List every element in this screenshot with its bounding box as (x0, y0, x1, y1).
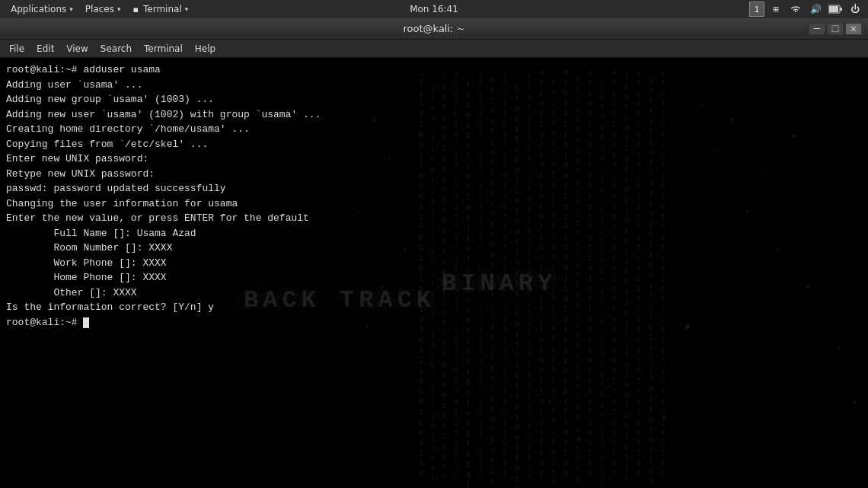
window-title: root@kali: ~ (59, 23, 809, 34)
menu-edit[interactable]: Edit (30, 40, 60, 58)
terminal-chevron: ▾ (185, 5, 189, 13)
svg-rect-1 (829, 6, 838, 12)
menu-search[interactable]: Search (94, 40, 138, 58)
terminal-content[interactable]: 1011010011010110011010110100110101100110… (0, 58, 868, 488)
terminal-menu[interactable]: ▪ Terminal ▾ (127, 0, 195, 18)
network-icon: ⊞ (767, 2, 784, 16)
term-line-4: Creating home directory `/home/usama' ..… (6, 122, 862, 137)
applications-chevron: ▾ (69, 5, 73, 13)
terminal-window: root@kali: ~ ─ □ ✕ File Edit View Search… (0, 18, 868, 488)
battery-icon (827, 2, 844, 16)
volume-icon: 🔊 (807, 2, 824, 16)
term-line-9: Changing the user information for usama (6, 196, 862, 212)
applications-label: Applications (11, 4, 66, 14)
term-line-3: Adding new user `usama' (1002) with grou… (6, 107, 862, 123)
sys-bar-right: 1 ⊞ 🔊 ⏻ (749, 2, 863, 17)
term-line-10: Enter the new value, or press ENTER for … (6, 211, 862, 226)
menu-view[interactable]: View (60, 40, 94, 58)
power-icon[interactable]: ⏻ (847, 2, 863, 16)
term-line-14: Home Phone []: XXXX (6, 270, 862, 285)
workspace-badge[interactable]: 1 (749, 2, 764, 17)
term-line-15: Other []: XXXX (6, 285, 862, 301)
sys-bar-left: Applications ▾ Places ▾ ▪ Terminal ▾ (5, 0, 194, 18)
system-bar: Applications ▾ Places ▾ ▪ Terminal ▾ Mon… (0, 0, 868, 18)
terminal-label: Terminal (143, 4, 182, 14)
window-controls: ─ □ ✕ (809, 23, 862, 35)
term-line-13: Work Phone []: XXXX (6, 256, 862, 271)
menu-terminal[interactable]: Terminal (138, 40, 189, 58)
applications-menu[interactable]: Applications ▾ (5, 0, 79, 18)
term-line-0: root@kali:~# adduser usama (6, 62, 862, 78)
title-bar: root@kali: ~ ─ □ ✕ (0, 18, 868, 40)
term-line-5: Copying files from `/etc/skel' ... (6, 137, 862, 152)
term-line-8: passwd: password updated successfully (6, 181, 862, 196)
places-menu[interactable]: Places ▾ (79, 0, 127, 18)
minimize-button[interactable]: ─ (809, 23, 825, 35)
wifi-icon (787, 2, 804, 16)
menu-help[interactable]: Help (189, 40, 222, 58)
terminal-output: root@kali:~# adduser usama Adding user `… (0, 58, 868, 334)
term-line-1: Adding user `usama' ... (6, 78, 862, 93)
cursor (83, 317, 89, 328)
term-line-6: Enter new UNIX password: (6, 152, 862, 167)
svg-rect-2 (840, 8, 842, 11)
terminal-icon: ▪ (133, 5, 139, 14)
datetime-display: Mon 16:41 (410, 4, 458, 14)
menu-file[interactable]: File (3, 40, 30, 58)
term-line-11: Full Name []: Usama Azad (6, 226, 862, 241)
term-line-16: Is the information correct? [Y/n] y (6, 300, 862, 315)
term-line-12: Room Number []: XXXX (6, 241, 862, 256)
places-label: Places (85, 4, 114, 14)
places-chevron: ▾ (117, 5, 121, 13)
term-prompt: root@kali:~# (6, 315, 862, 330)
maximize-button[interactable]: □ (827, 23, 844, 35)
term-line-7: Retype new UNIX password: (6, 167, 862, 182)
menu-bar: File Edit View Search Terminal Help (0, 40, 868, 58)
close-button[interactable]: ✕ (845, 23, 862, 35)
term-line-2: Adding new group `usama' (1003) ... (6, 92, 862, 107)
